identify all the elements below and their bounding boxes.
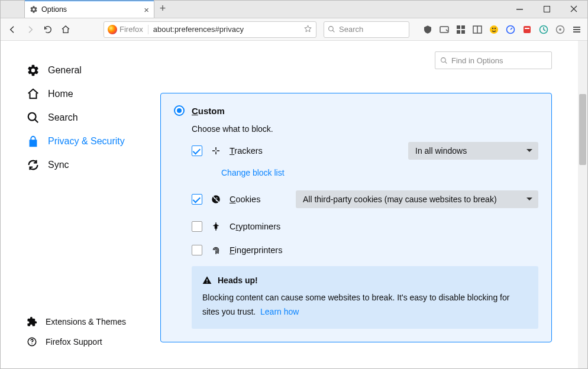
addon-icon-5[interactable] [488, 24, 500, 35]
cryptominers-checkbox[interactable] [192, 221, 202, 232]
sidebar-label: Home [48, 89, 73, 99]
warning-icon [202, 276, 212, 285]
svg-point-25 [28, 113, 36, 121]
chevron-down-icon [526, 198, 532, 200]
change-block-list-link[interactable]: Change block list [221, 164, 285, 186]
svg-point-33 [217, 198, 218, 199]
svg-point-4 [329, 27, 334, 31]
trackers-label: Trackers [230, 146, 263, 156]
search-icon [328, 25, 335, 33]
fingerprinters-checkbox[interactable] [192, 245, 202, 255]
bookmark-star-icon[interactable] [303, 24, 312, 35]
app-menu-button[interactable] [571, 24, 583, 35]
cookies-icon [211, 194, 221, 205]
search-bar[interactable]: Search [324, 21, 409, 38]
sync-icon [27, 158, 40, 171]
svg-line-5 [332, 30, 334, 32]
forward-button[interactable] [23, 22, 37, 37]
addon-icon-2[interactable] [438, 24, 450, 35]
firefox-icon [108, 25, 117, 34]
toolbar-addon-icons [422, 24, 583, 35]
content-area: General Home Search Privacy & Security S… [1, 41, 587, 369]
window-controls [506, 0, 587, 18]
svg-point-14 [492, 27, 493, 28]
fingerprinters-label: Fingerprinters [230, 245, 282, 255]
content-blocking-custom-card: CCustomustom Choose what to block. Track… [160, 93, 552, 342]
svg-rect-18 [525, 28, 529, 29]
url-bar[interactable]: Firefox about:preferences#privacy [104, 21, 316, 38]
nav-toolbar: Firefox about:preferences#privacy Search [1, 18, 587, 41]
reload-button[interactable] [41, 22, 55, 37]
sidebar-item-general[interactable]: General [27, 59, 148, 82]
addon-icon-3[interactable] [455, 24, 467, 35]
search-placeholder: Search [339, 25, 363, 34]
dropdown-value: In all windows [415, 146, 467, 156]
addon-icon-6[interactable] [505, 24, 516, 35]
prefs-sidebar: General Home Search Privacy & Security S… [1, 41, 148, 369]
vertical-scrollbar[interactable] [578, 41, 587, 369]
puzzle-icon [27, 316, 37, 327]
learn-how-link[interactable]: Learn how [260, 307, 299, 316]
new-tab-button[interactable]: + [154, 0, 171, 18]
titlebar: Options × + [1, 1, 587, 18]
window-minimize-button[interactable] [506, 0, 533, 18]
svg-rect-17 [524, 26, 531, 33]
svg-point-28 [31, 344, 33, 345]
sidebar-item-sync[interactable]: Sync [27, 153, 148, 177]
addon-icon-7[interactable] [521, 24, 533, 35]
svg-rect-1 [544, 6, 550, 12]
scrollbar-thumb[interactable] [579, 94, 586, 165]
sidebar-label: Firefox Support [46, 337, 102, 347]
tab-title: Options [41, 5, 67, 14]
sidebar-item-support[interactable]: Firefox Support [27, 332, 148, 352]
home-icon [27, 88, 40, 101]
svg-point-29 [441, 57, 446, 62]
trackers-checkbox[interactable] [192, 145, 202, 156]
find-in-options-input[interactable]: Find in Options [435, 51, 552, 69]
custom-subtitle: Choose what to block. [192, 124, 538, 134]
svg-rect-10 [461, 30, 465, 34]
sidebar-label: General [48, 65, 82, 76]
identity-label: Firefox [119, 25, 143, 34]
window-maximize-button[interactable] [533, 0, 560, 18]
svg-rect-6 [440, 27, 448, 33]
gear-icon [27, 64, 40, 77]
cookies-dropdown[interactable]: All third-party cookies (may cause websi… [296, 190, 538, 208]
addon-icon-9[interactable] [554, 24, 566, 35]
sidebar-item-privacy[interactable]: Privacy & Security [27, 130, 148, 153]
gear-icon [30, 5, 38, 14]
svg-rect-8 [461, 25, 465, 29]
sidebar-item-home[interactable]: Home [27, 82, 148, 106]
addon-icon-4[interactable] [471, 24, 483, 35]
tab-close-button[interactable]: × [144, 5, 149, 15]
sidebar-label: Extensions & Themes [46, 317, 126, 326]
search-icon [440, 57, 448, 64]
browser-tab-options[interactable]: Options × [24, 0, 154, 18]
window-close-button[interactable] [560, 0, 587, 18]
help-icon [27, 336, 37, 347]
home-button[interactable] [59, 22, 73, 37]
cryptominer-icon [211, 221, 221, 232]
svg-point-13 [490, 25, 498, 34]
addon-icon-8[interactable] [538, 24, 550, 35]
svg-line-26 [35, 119, 38, 123]
addon-icon-1[interactable] [422, 24, 434, 35]
identity-box[interactable]: Firefox [108, 25, 148, 34]
lock-icon [27, 135, 40, 148]
back-button[interactable] [5, 22, 20, 37]
heads-up-title: Heads up! [218, 276, 258, 285]
sidebar-item-extensions[interactable]: Extensions & Themes [27, 312, 148, 332]
search-icon [27, 111, 40, 124]
heads-up-box: Heads up! Blocking content can cause som… [192, 266, 538, 329]
sidebar-label: Privacy & Security [48, 136, 125, 147]
trackers-dropdown[interactable]: In all windows [408, 142, 538, 160]
cookies-checkbox[interactable] [192, 194, 202, 205]
heads-up-body: Blocking content can cause some websites… [202, 293, 509, 316]
svg-rect-0 [516, 9, 523, 10]
cryptominers-label: Cryptominers [230, 222, 280, 231]
custom-radio[interactable] [174, 105, 185, 116]
sidebar-item-search[interactable]: Search [27, 106, 148, 130]
svg-line-30 [445, 62, 447, 63]
fingerprint-icon [211, 245, 221, 255]
find-placeholder: Find in Options [451, 56, 503, 65]
